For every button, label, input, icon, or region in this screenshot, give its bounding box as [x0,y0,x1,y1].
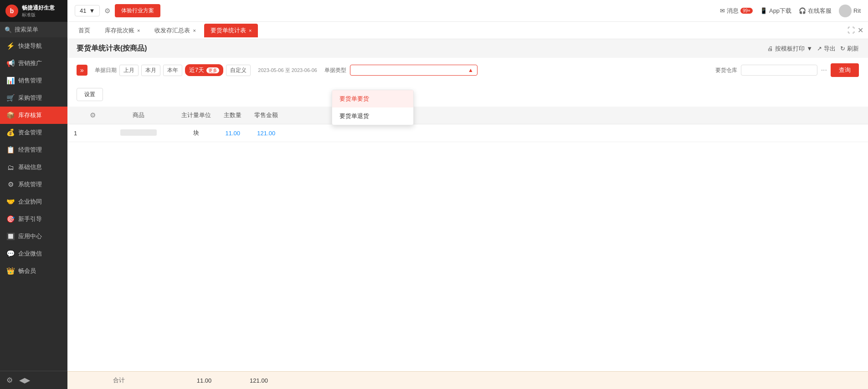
page-header: 要货单统计表(按商品) 🖨 按模板打印 ▼ ↗ 导出 ↻ 刷新 [67,39,868,58]
print-btn[interactable]: 🖨 按模板打印 ▼ [767,45,812,53]
sidebar-item-operations[interactable]: 📋 经营管理 [0,141,67,159]
warehouse-input[interactable] [741,65,817,76]
sidebar-item-wechat[interactable]: 💬 企业微信 [0,245,67,262]
set-btn[interactable]: 设置 [77,88,103,101]
product-placeholder [120,129,157,136]
type-filter-group: 单据类型 ▲ [324,65,478,76]
query-btn[interactable]: 查询 [831,63,859,77]
type-dropdown-toggle[interactable]: ▲ [468,67,473,73]
cell-settings [83,124,102,142]
footer-quantity: 11.00 [177,377,231,384]
sidebar-item-quick-nav[interactable]: ⚡ 快捷导航 [0,37,67,55]
table-header-row: ⚙ 商品 主计量单位 主数量 零售金额 [67,107,868,124]
sidebar-item-apps[interactable]: 🔲 应用中心 [0,228,67,245]
tab-home[interactable]: 首页 [72,24,97,37]
phone-icon: 📱 [760,7,767,14]
print-icon: 🖨 [767,45,773,52]
date-btn-custom[interactable]: 自定义 [226,65,251,76]
date-btn-current[interactable]: 本月 [141,65,160,76]
col-quantity: 主数量 [217,107,248,124]
app-download-btn[interactable]: 📱 App下载 [760,7,791,15]
settings-footer-icon[interactable]: ⚙ [6,376,13,384]
table-body: 1 块 11.00 121.00 [67,124,868,142]
tabs-bar: 首页 库存批次账 × 收发存汇总表 × 要货单统计表 × ⛶ ✕ [67,22,868,39]
settings-topbar-icon[interactable]: ⚙ [104,7,110,15]
chevron-down-icon: ▼ [89,7,95,14]
logo-text: 畅捷通好生意 标准版 [22,4,55,18]
data-table-wrapper: ⚙ 商品 主计量单位 主数量 零售金额 [67,107,868,371]
main-area: 41 ▼ ⚙ 体验行业方案 ✉ 消息 99+ 📱 App下载 🎧 在线客服 R [67,0,868,389]
type-filter-label: 单据类型 [324,67,346,74]
tab-close-inventory-batch[interactable]: × [137,28,140,33]
cell-amount: 121.00 [248,124,284,142]
store-selector[interactable]: 41 ▼ [75,5,100,16]
dropdown-item-order-return[interactable]: 要货单退货 [332,107,413,125]
member-icon: 👑 [6,267,15,275]
col-unit: 主计量单位 [175,107,217,124]
user-menu[interactable]: Rit [839,5,861,17]
sidebar-item-member[interactable]: 👑 畅会员 [0,262,67,280]
marketing-icon: 📢 [6,59,15,67]
dropdown-item-order-goods[interactable]: 要货单要货 [332,90,413,107]
sidebar-item-purchase[interactable]: 🛒 采购管理 [0,89,67,107]
sidebar-item-inventory[interactable]: 📦 库存核算 [0,107,67,124]
industry-btn[interactable]: 体验行业方案 [115,4,160,17]
col-amount: 零售金额 [248,107,284,124]
cooperation-icon: 🤝 [6,198,15,206]
operations-icon: 📋 [6,146,15,154]
date-btn-7days[interactable]: 近7天 更多 [185,64,223,76]
sidebar-item-guide[interactable]: 🎯 新手引导 [0,210,67,228]
messages-badge: 99+ [740,8,753,14]
sidebar-item-cooperation[interactable]: 🤝 企业协同 [0,193,67,210]
more-filter-btn[interactable]: ··· [821,66,827,74]
sidebar-item-marketing[interactable]: 📢 营销推广 [0,55,67,72]
collapse-sidebar-icon[interactable]: ◀▶ [19,376,30,384]
cell-extra [284,124,868,142]
sidebar-item-base[interactable]: 🗂 基础信息 [0,159,67,176]
data-table: ⚙ 商品 主计量单位 主数量 零售金额 [67,107,868,142]
page-content: 要货单统计表(按商品) 🖨 按模板打印 ▼ ↗ 导出 ↻ 刷新 » [67,39,868,389]
tab-order-summary[interactable]: 要货单统计表 × [204,24,258,37]
system-icon: ⚙ [6,180,15,189]
sidebar-search[interactable]: 🔍 搜索菜单 [0,22,67,37]
export-icon: ↗ [817,45,822,52]
sidebar-item-system[interactable]: ⚙ 系统管理 [0,176,67,193]
tab-close-order-summary[interactable]: × [249,28,252,33]
avatar [839,5,852,17]
filter-row2: 设置 [77,88,859,101]
tab-recv-summary[interactable]: 收发存汇总表 × [148,24,202,37]
search-icon: 🔍 [5,26,12,33]
warehouse-label: 要货仓库 [715,67,737,74]
quick-nav-icon: ⚡ [6,42,15,50]
topbar: 41 ▼ ⚙ 体验行业方案 ✉ 消息 99+ 📱 App下载 🎧 在线客服 R [67,0,868,22]
filter-expand-btn[interactable]: » [77,65,87,76]
refresh-btn[interactable]: ↻ 刷新 [840,45,859,53]
sidebar-nav: ⚡ 快捷导航 📢 营销推广 📊 销售管理 🛒 采购管理 📦 库存核算 💰 资金管… [0,37,67,371]
refresh-icon: ↻ [840,45,845,52]
wechat-icon: 💬 [6,250,15,258]
footer-amount: 121.00 [231,377,286,384]
online-service-btn[interactable]: 🎧 在线客服 [799,7,832,15]
column-settings-icon[interactable]: ⚙ [90,111,96,119]
guide-icon: 🎯 [6,215,15,223]
cell-quantity: 11.00 [217,124,248,142]
type-dropdown-menu: 要货单要货 要货单退货 [332,90,414,125]
date-range-display: 2023-05-06 至 2023-06-06 [258,67,317,74]
tab-close-all-btn[interactable]: ✕ [858,26,863,35]
tab-close-recv-summary[interactable]: × [193,28,195,33]
sidebar-item-finance[interactable]: 💰 资金管理 [0,124,67,141]
export-btn[interactable]: ↗ 导出 [817,45,836,53]
sidebar-item-sales[interactable]: 📊 销售管理 [0,72,67,89]
col-settings[interactable]: ⚙ [83,107,102,124]
finance-icon: 💰 [6,128,15,137]
date-btn-upper[interactable]: 上月 [119,65,139,76]
date-btn-year[interactable]: 本年 [163,65,182,76]
tab-inventory-batch[interactable]: 库存批次账 × [98,24,146,37]
service-icon: 🎧 [799,7,806,14]
type-filter-input[interactable] [354,67,468,73]
messages-btn[interactable]: ✉ 消息 99+ [720,7,753,15]
tab-maximize-btn[interactable]: ⛶ [847,26,855,35]
col-rownum [67,107,83,124]
cell-unit: 块 [175,124,217,142]
logo-icon: b [5,5,18,17]
